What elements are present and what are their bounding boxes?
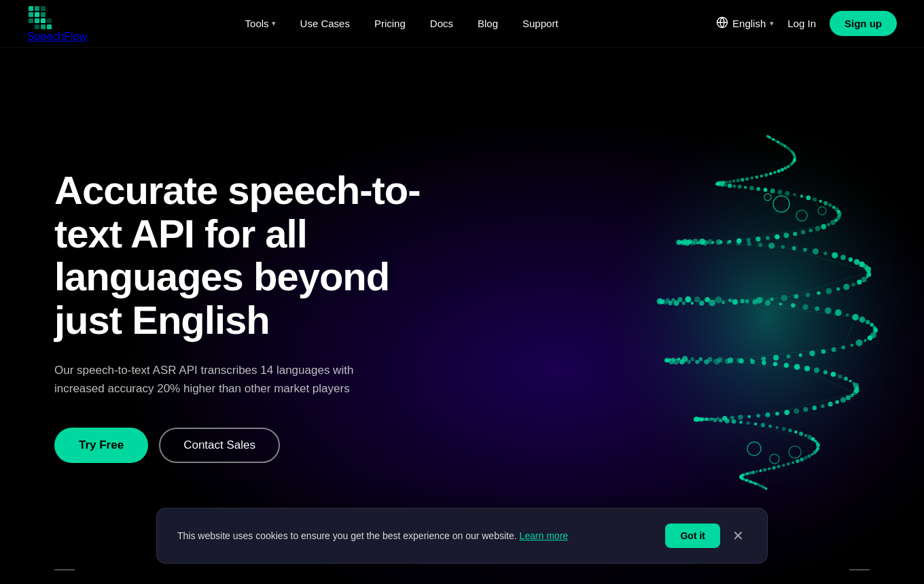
svg-point-167 — [699, 300, 704, 305]
svg-point-240 — [751, 359, 756, 364]
nav-link-use-cases[interactable]: Use Cases — [300, 18, 350, 29]
svg-point-157 — [817, 291, 820, 294]
svg-point-347 — [765, 487, 768, 489]
svg-point-214 — [773, 355, 779, 360]
svg-point-311 — [811, 453, 813, 456]
svg-point-246 — [814, 367, 819, 373]
close-cookie-button[interactable]: ✕ — [730, 526, 747, 545]
try-free-button[interactable]: Try Free — [54, 428, 148, 463]
nav-link-support[interactable]: Support — [522, 18, 558, 29]
svg-point-231 — [672, 357, 676, 361]
svg-point-50 — [784, 167, 787, 170]
svg-point-270 — [748, 415, 751, 417]
hero-section: Accurate speech-to-text API for all lang… — [0, 48, 924, 584]
svg-point-184 — [715, 296, 722, 303]
contact-sales-button[interactable]: Contact Sales — [159, 428, 280, 463]
svg-point-165 — [722, 300, 725, 304]
svg-point-297 — [782, 427, 786, 431]
svg-point-155 — [836, 287, 840, 290]
nav-link-blog[interactable]: Blog — [478, 18, 498, 29]
svg-point-249 — [838, 374, 842, 379]
language-button[interactable]: English ▾ — [716, 16, 774, 31]
nav-item-support[interactable]: Support — [522, 18, 558, 29]
svg-point-243 — [784, 362, 789, 367]
svg-point-103 — [809, 228, 813, 233]
svg-point-129 — [707, 239, 713, 244]
svg-point-192 — [815, 306, 819, 311]
svg-point-125 — [682, 239, 688, 244]
nav-links: Tools ▾ Use Cases Pricing Docs Blog Supp… — [245, 18, 558, 29]
svg-point-298 — [788, 428, 792, 432]
svg-point-178 — [666, 298, 670, 302]
nav-item-tools[interactable]: Tools ▾ — [245, 18, 276, 29]
svg-point-191 — [802, 304, 808, 309]
svg-point-290 — [732, 419, 736, 424]
nav-right: English ▾ Log In Sign up — [716, 11, 897, 36]
svg-point-156 — [825, 288, 832, 294]
svg-point-78 — [744, 186, 747, 188]
svg-point-300 — [799, 431, 803, 435]
svg-point-285 — [704, 417, 707, 421]
svg-point-326 — [748, 471, 751, 475]
svg-point-197 — [859, 316, 866, 322]
svg-point-188 — [765, 300, 770, 305]
svg-point-75 — [728, 184, 732, 188]
svg-point-60 — [741, 177, 744, 181]
svg-point-56 — [760, 174, 763, 177]
svg-point-206 — [856, 339, 863, 346]
svg-point-82 — [770, 188, 775, 193]
nav-link-pricing[interactable]: Pricing — [374, 18, 406, 29]
svg-point-61 — [736, 178, 740, 182]
scroll-indicator-right — [849, 569, 870, 570]
signup-button[interactable]: Sign up — [830, 11, 897, 36]
svg-point-80 — [756, 186, 760, 190]
nav-item-docs[interactable]: Docs — [430, 18, 453, 29]
got-it-button[interactable]: Got it — [665, 523, 720, 548]
svg-point-153 — [851, 282, 855, 286]
svg-point-99 — [830, 220, 836, 225]
learn-more-link[interactable]: Learn more — [520, 530, 569, 541]
svg-point-131 — [727, 241, 730, 244]
svg-point-126 — [687, 239, 692, 243]
svg-point-301 — [804, 434, 807, 436]
svg-point-261 — [828, 401, 833, 406]
nav-item-pricing[interactable]: Pricing — [374, 18, 406, 29]
svg-point-258 — [846, 395, 851, 400]
svg-point-51 — [781, 167, 784, 171]
svg-point-325 — [751, 470, 755, 474]
nav-item-use-cases[interactable]: Use Cases — [300, 18, 350, 29]
svg-point-141 — [832, 252, 838, 258]
svg-point-296 — [776, 426, 779, 428]
globe-icon — [716, 16, 728, 31]
svg-point-212 — [799, 353, 802, 356]
chevron-down-icon: ▾ — [272, 19, 276, 28]
login-button[interactable]: Log In — [787, 18, 816, 29]
svg-point-84 — [785, 190, 789, 195]
logo-link[interactable]: SpeechFlow — [27, 5, 87, 43]
svg-point-314 — [800, 458, 804, 462]
nav-link-docs[interactable]: Docs — [430, 18, 453, 29]
svg-point-164 — [732, 299, 738, 305]
svg-point-234 — [690, 357, 694, 361]
cookie-banner: This website uses cookies to ensure you … — [156, 508, 768, 564]
svg-point-266 — [784, 409, 789, 415]
svg-point-208 — [841, 345, 845, 349]
svg-point-233 — [682, 356, 688, 362]
svg-point-284 — [700, 417, 704, 421]
svg-point-169 — [682, 301, 686, 305]
svg-point-222 — [687, 360, 691, 364]
svg-point-288 — [719, 418, 723, 422]
svg-point-85 — [794, 193, 796, 196]
nav-link-tools[interactable]: Tools ▾ — [245, 18, 276, 29]
svg-point-207 — [850, 343, 853, 347]
nav-item-blog[interactable]: Blog — [478, 18, 498, 29]
svg-point-182 — [694, 296, 700, 302]
svg-point-53 — [773, 171, 776, 173]
svg-point-64 — [725, 180, 728, 183]
svg-point-250 — [844, 377, 848, 381]
svg-point-299 — [794, 430, 798, 434]
svg-point-211 — [809, 350, 815, 356]
svg-point-135 — [768, 242, 775, 248]
svg-point-245 — [804, 365, 810, 371]
hero-buttons: Try Free Contact Sales — [54, 428, 462, 463]
